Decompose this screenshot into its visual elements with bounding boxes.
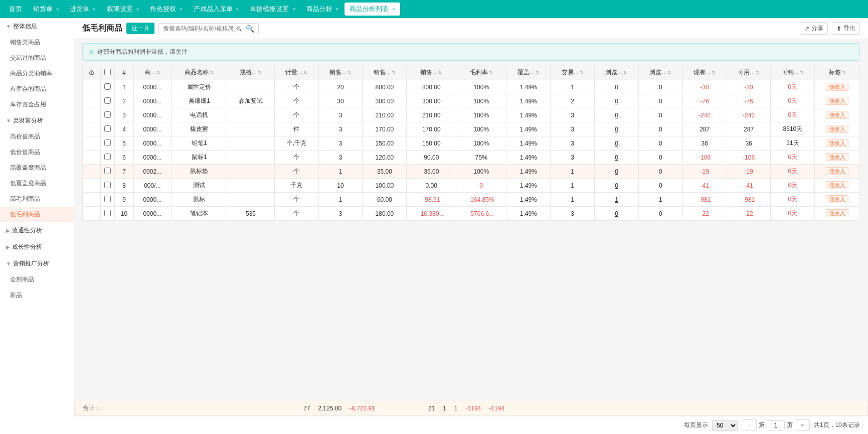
row-checkbox-cell[interactable] bbox=[101, 193, 115, 207]
col-sales-price[interactable]: 销售...⇅ bbox=[363, 65, 407, 80]
search-icon[interactable]: 🔍 bbox=[246, 25, 254, 33]
select-all-checkbox[interactable] bbox=[104, 69, 111, 75]
row-checkbox-cell[interactable] bbox=[101, 122, 115, 136]
nav-analysis[interactable]: 商品分析 × bbox=[301, 3, 343, 16]
nav-close-permissions[interactable]: × bbox=[136, 7, 139, 12]
nav-permissions[interactable]: 权限设置 × bbox=[102, 3, 144, 16]
nav-product-entry[interactable]: 产成品入库单 × bbox=[189, 3, 244, 16]
sidebar-item-traded-products[interactable]: 交易过的商品 bbox=[0, 50, 74, 66]
sidebar-item-high-margin[interactable]: 高毛利商品 bbox=[0, 191, 74, 207]
col-browse2[interactable]: 浏览...⇅ bbox=[638, 65, 682, 80]
nav-purchase[interactable]: 进货单 × bbox=[65, 3, 100, 16]
row-checkbox-cell[interactable] bbox=[101, 179, 115, 193]
col-checkbox[interactable] bbox=[101, 65, 115, 80]
nav-roles[interactable]: 角色授权 × bbox=[145, 3, 187, 16]
page-number-input[interactable] bbox=[767, 420, 785, 430]
row-browse1[interactable]: 0 bbox=[595, 179, 639, 193]
col-sales-profit[interactable]: 销售...⇅ bbox=[407, 65, 456, 80]
sidebar-item-low-coverage[interactable]: 低覆盖度商品 bbox=[0, 176, 74, 191]
sidebar-item-new-products[interactable]: 新品 bbox=[0, 287, 74, 303]
col-unit[interactable]: 计量...⇅ bbox=[274, 65, 318, 80]
nav-close-product-entry[interactable]: × bbox=[236, 7, 239, 12]
row-browse1[interactable]: 0 bbox=[595, 108, 639, 122]
sidebar-item-sales-products[interactable]: 销售类商品 bbox=[0, 35, 74, 50]
row-browse1[interactable]: 1 bbox=[595, 193, 639, 207]
nav-close-template[interactable]: × bbox=[292, 7, 295, 12]
col-code[interactable]: 商...⇅ bbox=[133, 65, 171, 80]
nav-home[interactable]: 首页 bbox=[4, 3, 27, 16]
row-browse1[interactable]: 0 bbox=[595, 80, 639, 94]
row-browse1[interactable]: 0 bbox=[595, 94, 639, 108]
row-checkbox-cell[interactable] bbox=[101, 108, 115, 122]
nav-close-sales[interactable]: × bbox=[56, 7, 59, 12]
col-trade[interactable]: 交易...⇅ bbox=[551, 65, 595, 80]
sidebar-item-low-margin[interactable]: 低毛利商品 bbox=[0, 207, 74, 222]
row-unit: 个 bbox=[274, 207, 318, 221]
row-checkbox-cell[interactable] bbox=[101, 80, 115, 94]
nav-sales[interactable]: 销货单 × bbox=[28, 3, 64, 16]
sidebar-item-category-rate[interactable]: 商品分类助销率 bbox=[0, 66, 74, 81]
row-checkbox-cell[interactable] bbox=[101, 151, 115, 165]
row-checkbox[interactable] bbox=[104, 125, 111, 132]
sidebar-item-all-products[interactable]: 全部商品 bbox=[0, 272, 74, 287]
row-browse1[interactable]: 0 bbox=[595, 207, 639, 221]
row-gross-rate: 100% bbox=[456, 94, 506, 108]
settings-icon[interactable]: ⚙ bbox=[88, 69, 95, 77]
row-checkbox-cell[interactable] bbox=[101, 165, 115, 179]
share-button[interactable]: ↗ 分享 bbox=[800, 22, 828, 35]
nav-template[interactable]: 单据模板设置 × bbox=[245, 3, 300, 16]
row-trade: 2 bbox=[551, 94, 595, 108]
row-browse1[interactable]: 0 bbox=[595, 165, 639, 179]
table-container[interactable]: ⚙ # 商...⇅ 商品名称⇅ 规格...⇅ 计量...⇅ 销售...⇅ 销售.… bbox=[82, 65, 860, 401]
sidebar-item-high-value[interactable]: 高价值商品 bbox=[0, 129, 74, 144]
col-current[interactable]: 现有...⇅ bbox=[682, 65, 727, 80]
col-coverage[interactable]: 覆盖...⇅ bbox=[506, 65, 551, 80]
sidebar-item-low-value[interactable]: 低价值商品 bbox=[0, 144, 74, 160]
nav-close-purchase[interactable]: × bbox=[93, 7, 96, 12]
nav-analysis-list[interactable]: 商品分析列表 × bbox=[344, 3, 400, 16]
col-saleable[interactable]: 可销...⇅ bbox=[771, 65, 815, 80]
sidebar-group-marketing[interactable]: ▼ 营销推广分析 bbox=[0, 255, 74, 272]
col-settings[interactable]: ⚙ bbox=[83, 65, 101, 80]
row-checkbox[interactable] bbox=[104, 154, 111, 160]
nav-close-analysis-list[interactable]: × bbox=[392, 7, 395, 12]
sidebar-item-high-coverage[interactable]: 高覆盖度商品 bbox=[0, 160, 74, 176]
next-page-button[interactable]: ＞ bbox=[795, 419, 810, 431]
sidebar-item-capital[interactable]: 库存资金占用 bbox=[0, 97, 74, 112]
row-saleable: 0天 bbox=[771, 80, 815, 94]
prev-page-button[interactable]: ＜ bbox=[742, 419, 757, 431]
row-checkbox[interactable] bbox=[104, 97, 111, 104]
row-checkbox[interactable] bbox=[104, 182, 111, 188]
row-settings-cell bbox=[83, 94, 101, 108]
row-checkbox[interactable] bbox=[104, 111, 111, 118]
nav-close-roles[interactable]: × bbox=[180, 7, 183, 12]
sidebar-group-overall[interactable]: ▼ 整体信息 bbox=[0, 18, 74, 35]
col-browse1[interactable]: 浏览...⇅ bbox=[595, 65, 639, 80]
col-spec[interactable]: 规格...⇅ bbox=[227, 65, 274, 80]
export-button[interactable]: ⬆ 导出 bbox=[832, 22, 860, 35]
row-checkbox[interactable] bbox=[104, 210, 111, 216]
date-filter-button[interactable]: 近一月 bbox=[126, 23, 154, 34]
sidebar-group-growth[interactable]: ▶ 成长性分析 bbox=[0, 239, 74, 255]
col-gross-rate[interactable]: 毛利率⇅ bbox=[456, 65, 506, 80]
col-name[interactable]: 商品名称⇅ bbox=[171, 65, 227, 80]
row-checkbox-cell[interactable] bbox=[101, 207, 115, 221]
row-checkbox[interactable] bbox=[104, 139, 111, 146]
row-checkbox[interactable] bbox=[104, 83, 111, 90]
page-size-select[interactable]: 50 100 200 bbox=[712, 420, 738, 431]
col-tag[interactable]: 标签⇅ bbox=[815, 65, 860, 80]
sidebar-item-inventory-products[interactable]: 有库存的商品 bbox=[0, 81, 74, 97]
col-available[interactable]: 可用...⇅ bbox=[727, 65, 771, 80]
row-browse1[interactable]: 0 bbox=[595, 136, 639, 151]
col-sales-qty[interactable]: 销售...⇅ bbox=[318, 65, 363, 80]
row-browse1[interactable]: 0 bbox=[595, 122, 639, 136]
row-checkbox[interactable] bbox=[104, 196, 111, 202]
row-browse1[interactable]: 0 bbox=[595, 151, 639, 165]
row-checkbox-cell[interactable] bbox=[101, 136, 115, 151]
search-input[interactable] bbox=[163, 25, 246, 32]
sidebar-group-wealth[interactable]: ▼ 类财富分析 bbox=[0, 112, 74, 129]
row-checkbox[interactable] bbox=[104, 168, 111, 174]
nav-close-analysis[interactable]: × bbox=[335, 7, 338, 12]
row-checkbox-cell[interactable] bbox=[101, 94, 115, 108]
sidebar-group-circulation[interactable]: ▶ 流通性分析 bbox=[0, 222, 74, 239]
